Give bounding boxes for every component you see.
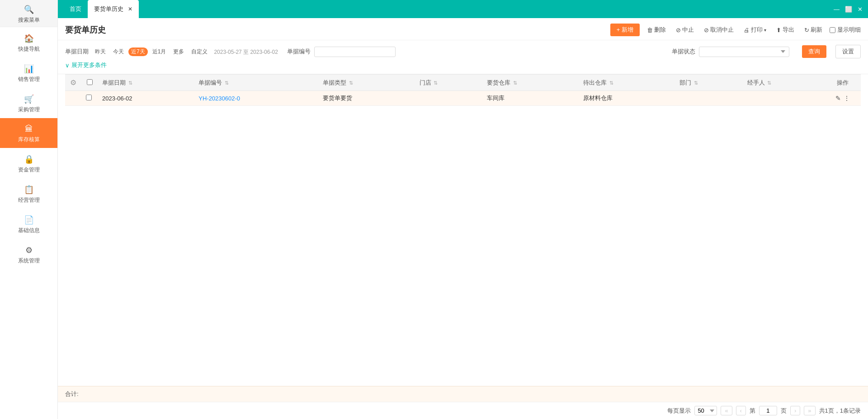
window-minimize-icon[interactable]: — xyxy=(834,6,840,13)
cell-doc-date: 2023-06-02 xyxy=(98,91,194,106)
sort-doc-type-icon: ⇅ xyxy=(349,80,353,86)
suspend-button[interactable]: ⊘ 中止 xyxy=(673,24,697,35)
th-doc-date[interactable]: 单据日期 ⇅ xyxy=(98,75,194,91)
sidebar-item-operations[interactable]: 📋 经营管理 xyxy=(0,178,57,209)
doc-no-filter: 单据编号 xyxy=(287,47,396,57)
display-detail-toggle[interactable]: 显示明细 xyxy=(830,26,861,34)
ops-buttons: ✎ ⋮ xyxy=(829,95,856,102)
first-page-btn[interactable]: « xyxy=(721,406,732,415)
date-btn-yesterday[interactable]: 昨天 xyxy=(92,48,108,56)
footer-total-label: 合计: xyxy=(65,390,79,397)
topbar: 首页 要货单历史 ✕ — ⬜ ✕ xyxy=(58,0,868,18)
main-area: 首页 要货单历史 ✕ — ⬜ ✕ 要货单历史 + 新增 🗑 删除 ⊘ xyxy=(58,0,868,419)
date-shortcuts: 昨天 今天 近7天 近1月 更多 自定义 xyxy=(92,48,210,56)
content-area: 要货单历史 + 新增 🗑 删除 ⊘ 中止 ⊘ 取消中止 🖨 打印 xyxy=(58,18,868,419)
cart-icon: 🛒 xyxy=(24,94,34,104)
sidebar-item-purchase[interactable]: 🛒 采购管理 xyxy=(0,88,57,118)
sidebar-item-inventory[interactable]: 🏛 库存核算 xyxy=(0,118,57,148)
delete-button[interactable]: 🗑 删除 xyxy=(644,24,669,35)
cancel-suspend-icon: ⊘ xyxy=(704,27,709,33)
display-detail-checkbox[interactable] xyxy=(830,27,835,33)
th-doc-type[interactable]: 单据类型 ⇅ xyxy=(318,75,415,91)
row-checkbox[interactable] xyxy=(86,95,92,100)
doc-no-link[interactable]: YH-20230602-0 xyxy=(198,95,240,102)
tab-requisition-history[interactable]: 要货单历史 ✕ xyxy=(88,0,139,18)
table-container: ⚙ 单据日期 ⇅ 单据编号 ⇅ xyxy=(58,74,868,386)
filter-row: 单据日期 昨天 今天 近7天 近1月 更多 自定义 2023-05-27 至 2… xyxy=(65,45,861,58)
cancel-suspend-button[interactable]: ⊘ 取消中止 xyxy=(701,24,736,35)
page-suffix: 页 xyxy=(781,407,787,415)
date-filter-label: 单据日期 xyxy=(65,48,89,56)
edit-op-btn[interactable]: ✎ xyxy=(835,95,841,102)
page-header: 要货单历史 + 新增 🗑 删除 ⊘ 中止 ⊘ 取消中止 🖨 打印 xyxy=(58,18,868,40)
date-btn-custom[interactable]: 自定义 xyxy=(189,48,210,56)
pagination: 每页显示 50 20 100 200 « ‹ 第 页 › » 共1页，1条记录 xyxy=(58,402,868,419)
chart-icon: 📊 xyxy=(24,64,34,74)
settings-button[interactable]: 设置 xyxy=(835,45,861,58)
cell-dept xyxy=(675,91,742,106)
sidebar-item-label: 快捷导航 xyxy=(18,45,40,53)
th-req-warehouse[interactable]: 要货仓库 ⇅ xyxy=(482,75,579,91)
sidebar-item-finance[interactable]: 🔒 资金管理 xyxy=(0,148,57,178)
tab-home[interactable]: 首页 xyxy=(63,0,88,18)
home-icon: 🏠 xyxy=(24,33,34,43)
refresh-button[interactable]: ↻ 刷新 xyxy=(802,24,825,35)
date-range-display: 2023-05-27 至 2023-06-02 xyxy=(214,48,278,56)
sort-req-warehouse-icon: ⇅ xyxy=(513,80,517,86)
query-button[interactable]: 查询 xyxy=(802,45,826,58)
sort-store-icon: ⇅ xyxy=(434,80,438,86)
requisition-table: ⚙ 单据日期 ⇅ 单据编号 ⇅ xyxy=(65,74,861,106)
date-btn-last-month[interactable]: 近1月 xyxy=(150,48,169,56)
print-dropdown-icon: ▾ xyxy=(764,28,766,33)
date-btn-more[interactable]: 更多 xyxy=(170,48,187,56)
window-maximize-icon[interactable]: ⬜ xyxy=(845,6,852,13)
th-dept[interactable]: 部门 ⇅ xyxy=(675,75,742,91)
doc-no-label: 单据编号 xyxy=(287,48,311,56)
cell-settings xyxy=(65,91,81,106)
status-filter: 单据状态 xyxy=(672,47,789,57)
filter-area: 单据日期 昨天 今天 近7天 近1月 更多 自定义 2023-05-27 至 2… xyxy=(58,40,868,74)
doc-no-input[interactable] xyxy=(314,47,396,57)
th-doc-no[interactable]: 单据编号 ⇅ xyxy=(194,75,318,91)
last-page-btn[interactable]: » xyxy=(804,406,815,415)
lock-icon: 🔒 xyxy=(24,154,34,164)
th-checkbox xyxy=(81,75,98,91)
th-store[interactable]: 门店 ⇅ xyxy=(415,75,482,91)
export-button[interactable]: ⬆ 导出 xyxy=(774,24,797,35)
per-page-select[interactable]: 50 20 100 200 xyxy=(694,406,717,415)
page-title: 要货单历史 xyxy=(65,24,106,35)
print-button[interactable]: 🖨 打印 ▾ xyxy=(741,24,769,35)
sidebar-item-quick-nav[interactable]: 🏠 快捷导航 xyxy=(0,27,57,57)
export-icon: ⬆ xyxy=(776,27,781,33)
column-settings-icon[interactable]: ⚙ xyxy=(70,79,76,86)
new-button[interactable]: + 新增 xyxy=(610,24,640,36)
cell-handler xyxy=(743,91,825,106)
clipboard-icon: 📋 xyxy=(24,185,34,195)
cell-store xyxy=(415,91,482,106)
more-op-btn[interactable]: ⋮ xyxy=(844,95,850,102)
th-handler[interactable]: 经手人 ⇅ xyxy=(743,75,825,91)
topbar-right-controls: — ⬜ ✕ xyxy=(834,6,863,13)
tab-close-icon[interactable]: ✕ xyxy=(128,6,132,12)
sidebar-item-system[interactable]: ⚙ 系统管理 xyxy=(0,239,57,269)
current-page-input[interactable] xyxy=(759,406,777,415)
gear-icon: ⚙ xyxy=(25,245,33,255)
date-btn-last7days[interactable]: 近7天 xyxy=(128,48,148,56)
sidebar-item-label: 经营管理 xyxy=(18,196,40,204)
sidebar-item-sales[interactable]: 📊 销售管理 xyxy=(0,57,57,88)
expand-more-btn[interactable]: ∨ 展开更多条件 xyxy=(65,61,861,69)
cell-pending-warehouse: 原材料仓库 xyxy=(579,91,675,106)
status-label: 单据状态 xyxy=(672,48,695,56)
sidebar: 🔍 搜索菜单 🏠 快捷导航 📊 销售管理 🛒 采购管理 🏛 库存核算 🔒 资金管… xyxy=(0,0,58,419)
toolbar: + 新增 🗑 删除 ⊘ 中止 ⊘ 取消中止 🖨 打印 ▾ xyxy=(610,24,861,36)
th-pending-warehouse[interactable]: 待出仓库 ⇅ xyxy=(579,75,675,91)
refresh-icon: ↻ xyxy=(804,27,809,33)
select-all-checkbox[interactable] xyxy=(87,79,93,85)
sidebar-item-basic-info[interactable]: 📄 基础信息 xyxy=(0,209,57,239)
status-select[interactable] xyxy=(699,47,789,57)
prev-page-btn[interactable]: ‹ xyxy=(736,406,746,415)
date-btn-today[interactable]: 今天 xyxy=(110,48,127,56)
next-page-btn[interactable]: › xyxy=(790,406,800,415)
window-close-icon[interactable]: ✕ xyxy=(858,6,863,13)
sidebar-item-search-menu[interactable]: 🔍 搜索菜单 xyxy=(0,0,57,27)
